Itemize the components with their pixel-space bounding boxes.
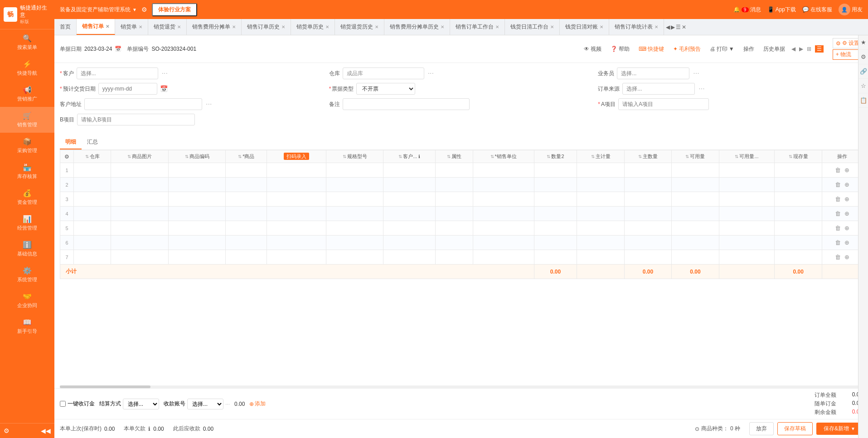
row-warehouse[interactable] [74, 250, 111, 265]
row-available-qty[interactable] [672, 178, 719, 192]
row-product-code[interactable] [168, 178, 226, 192]
tab-sales-expense[interactable]: 销售费用分摊单 ✕ [187, 19, 242, 35]
notification-item[interactable]: 🔔 9 消息 [733, 6, 761, 14]
row-available-qty2[interactable] [719, 236, 775, 250]
help-action[interactable]: ❓ 帮助 [608, 44, 632, 54]
delete-row-icon[interactable]: 🗑 [835, 225, 841, 231]
copy-row-icon[interactable]: ⊕ [844, 167, 849, 173]
row-main-quantity[interactable] [624, 221, 671, 236]
row-customer-code[interactable] [383, 221, 436, 236]
row-quantity2[interactable] [534, 178, 577, 192]
row-warehouse[interactable] [74, 178, 111, 192]
tab-prev-btn[interactable]: ◀ [666, 24, 670, 30]
row-product-image[interactable] [111, 236, 169, 250]
row-customer-code[interactable] [383, 207, 436, 221]
nav-next-btn[interactable]: ▶ [799, 46, 803, 52]
row-main-quantity[interactable] [624, 178, 671, 192]
tab-delivery-history[interactable]: 销货单历史 ✕ [291, 19, 335, 35]
row-main-unit[interactable] [577, 192, 624, 207]
tab-expense-history[interactable]: 销售费用分摊单历史 ✕ [384, 19, 450, 35]
sidebar-item-quick-nav[interactable]: ⚡ 快捷导航 [0, 55, 54, 81]
address-input[interactable] [84, 98, 202, 110]
row-available-qty2[interactable] [719, 250, 775, 265]
tab-order-workbench[interactable]: 销售订单工作台 ✕ [450, 19, 505, 35]
row-main-unit[interactable] [577, 178, 624, 192]
copy-row-icon[interactable]: ⊕ [844, 254, 849, 260]
row-spec[interactable] [326, 236, 383, 250]
row-product[interactable] [226, 250, 267, 265]
tab-close-icon[interactable]: ✕ [232, 24, 236, 29]
row-product[interactable] [226, 207, 267, 221]
tab-home[interactable]: 首页 [54, 19, 77, 35]
order-source-more-icon[interactable]: ··· [698, 85, 704, 93]
profit-action[interactable]: ✦ 毛利预告 [670, 44, 703, 54]
row-product[interactable] [226, 192, 267, 207]
one-click-order-checkbox[interactable] [60, 401, 66, 407]
calendar-icon[interactable]: 📅 [115, 46, 121, 52]
row-quantity2[interactable] [534, 250, 577, 265]
row-attribute[interactable] [436, 163, 473, 178]
row-quantity2[interactable] [534, 163, 577, 178]
tab-sales-return[interactable]: 销货退货 ✕ [148, 19, 187, 35]
tab-close-icon[interactable]: ✕ [495, 24, 499, 29]
grid-view-btn[interactable]: ⊞ [807, 46, 811, 52]
row-available-qty[interactable] [672, 207, 719, 221]
a-project-input[interactable] [618, 98, 709, 110]
warehouse-input[interactable] [343, 67, 424, 79]
row-customer-code[interactable] [383, 178, 436, 192]
row-warehouse[interactable] [74, 163, 111, 178]
app-download-item[interactable]: 📱 App下载 [767, 6, 796, 14]
row-available-qty2[interactable] [719, 178, 775, 192]
row-product-image[interactable] [111, 163, 169, 178]
row-product-image[interactable] [111, 221, 169, 236]
warehouse-more-icon[interactable]: ··· [428, 69, 434, 77]
copy-row-icon[interactable]: ⊕ [844, 239, 849, 246]
row-attribute[interactable] [436, 178, 473, 192]
right-panel-btn-2[interactable]: ⚙ [858, 50, 868, 64]
row-sales-unit[interactable] [473, 207, 534, 221]
topbar-gear-icon[interactable]: ⚙ [141, 6, 147, 13]
product-count-field[interactable]: ⊙ 商品种类： 0 种 [695, 425, 740, 433]
row-product-image[interactable] [111, 207, 169, 221]
row-main-quantity[interactable] [624, 236, 671, 250]
row-warehouse[interactable] [74, 192, 111, 207]
sidebar-item-guide[interactable]: 📖 新手引导 [0, 313, 54, 339]
row-product-image[interactable] [111, 192, 169, 207]
tab-close-icon[interactable]: ✕ [325, 24, 329, 29]
row-product-code[interactable] [168, 192, 226, 207]
row-product-image[interactable] [111, 250, 169, 265]
row-main-unit[interactable] [577, 250, 624, 265]
row-available-qty[interactable] [672, 163, 719, 178]
row-customer-code[interactable] [383, 163, 436, 178]
row-sales-unit[interactable] [473, 250, 534, 265]
tab-summary[interactable]: 汇总 [82, 135, 103, 149]
note-input[interactable] [343, 98, 470, 110]
row-current-qty[interactable] [775, 163, 822, 178]
row-sales-unit[interactable] [473, 221, 534, 236]
right-panel-btn-1[interactable]: ★ [858, 35, 868, 50]
tab-order-stats[interactable]: 销售订单统计表 ✕ [609, 19, 664, 35]
row-main-unit[interactable] [577, 207, 624, 221]
row-attribute[interactable] [436, 236, 473, 250]
tab-return-history[interactable]: 销货退货历史 ✕ [335, 19, 384, 35]
tab-next-btn[interactable]: ▶ [671, 24, 675, 30]
row-available-qty2[interactable] [719, 207, 775, 221]
salesperson-input[interactable] [617, 67, 689, 79]
list-view-btn[interactable]: ☰ [815, 45, 824, 53]
sidebar-item-system[interactable]: ⚙️ 系统管理 [0, 262, 54, 288]
right-panel-btn-3[interactable]: 🔗 [858, 64, 868, 79]
row-main-unit[interactable] [577, 221, 624, 236]
delete-row-icon[interactable]: 🗑 [835, 167, 841, 173]
row-sales-unit[interactable] [473, 163, 534, 178]
nav-prev-btn[interactable]: ◀ [791, 46, 795, 52]
invoice-type-select[interactable]: 不开票 增值税普票 增值税专票 [356, 83, 415, 95]
row-available-qty[interactable] [672, 192, 719, 207]
row-product-image[interactable] [111, 178, 169, 192]
row-sales-unit[interactable] [473, 178, 534, 192]
delete-row-icon[interactable]: 🗑 [835, 196, 841, 202]
settlement-select[interactable]: 选择... [123, 399, 159, 409]
save-draft-button[interactable]: 保存草稿 [777, 422, 813, 435]
order-source-input[interactable] [622, 83, 695, 95]
delete-row-icon[interactable]: 🗑 [835, 181, 841, 188]
row-spec[interactable] [326, 178, 383, 192]
